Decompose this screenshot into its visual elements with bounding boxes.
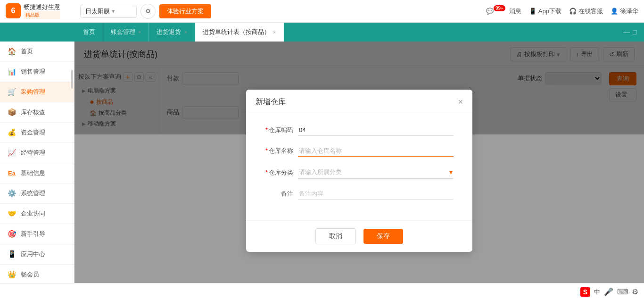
category-dropdown-icon: ▾ — [449, 168, 453, 176]
app-center-icon: 📱 — [8, 250, 16, 258]
app-download-button[interactable]: 📱 App下载 — [529, 7, 561, 16]
finance-icon: 💰 — [8, 128, 16, 137]
settings-button[interactable]: ⚙ — [140, 4, 156, 19]
gear-icon: ⚙ — [145, 8, 151, 15]
tab-purchase-return-close-icon[interactable]: × — [184, 29, 187, 35]
keyboard-icon[interactable]: ⌨ — [617, 287, 628, 296]
modal-close-button[interactable]: × — [458, 97, 463, 107]
sidebar-inventory-label: 库存核查 — [21, 108, 45, 117]
sidebar-app-center-label: 应用中心 — [21, 250, 45, 258]
messages-label: 消息 — [509, 7, 521, 16]
tab-purchase-stats-close-icon[interactable]: × — [273, 29, 276, 35]
sidebar-item-system[interactable]: ⚙️ 系统管理 — [0, 183, 74, 204]
window-controls: — □ — [619, 23, 644, 42]
sidebar: 🏠 首页 📊 销售管理 🛒 采购管理 📦 库存核查 💰 资金管理 📈 经营管理 … — [0, 42, 74, 300]
app-badge: 精品版 — [24, 11, 60, 19]
sidebar-item-enterprise[interactable]: 🤝 企业协同 — [0, 204, 74, 224]
customer-service-label: 在线客服 — [578, 7, 603, 16]
sidebar-item-home[interactable]: 🏠 首页 — [0, 42, 74, 62]
tab-bar: 首页 账套管理 × 进货退货 × 进货单统计表（按商品） × — □ — [0, 23, 644, 42]
bottom-lang-label: 中 — [594, 288, 600, 296]
microphone-icon[interactable]: 🎤 — [604, 287, 613, 296]
sidebar-item-vip[interactable]: 👑 畅会员 — [0, 265, 74, 285]
minimize-icon[interactable]: — — [623, 28, 631, 36]
purchase-icon: 🛒 — [8, 88, 16, 96]
message-icon: 💬 — [486, 8, 494, 15]
name-label: 仓库名称 — [265, 147, 298, 155]
headset-icon: 🎧 — [569, 8, 577, 15]
bottom-bar: S 中 🎤 ⌨ ⚙ — [0, 283, 644, 300]
sidebar-vip-label: 畅会员 — [21, 270, 39, 279]
remark-input[interactable] — [298, 188, 454, 200]
tab-spacer — [284, 23, 619, 42]
sidebar-item-sales[interactable]: 📊 销售管理 — [0, 62, 74, 82]
modal-header: 新增仓库 × — [246, 90, 472, 113]
username-label: 徐泽华 — [620, 7, 638, 16]
tab-accounts[interactable]: 账套管理 × — [103, 23, 149, 42]
store-selector[interactable]: 日太阳膜 ▾ — [80, 5, 137, 18]
enterprise-icon: 🤝 — [8, 209, 16, 218]
sidebar-sales-label: 销售管理 — [21, 67, 45, 76]
system-icon: ⚙️ — [8, 189, 16, 198]
sidebar-system-label: 系统管理 — [21, 189, 45, 198]
sidebar-item-newbie[interactable]: 🎯 新手引导 — [0, 224, 74, 244]
user-profile-button[interactable]: 👤 徐泽华 — [611, 7, 638, 16]
home-icon: 🏠 — [8, 47, 16, 56]
sidebar-management-label: 经营管理 — [21, 149, 45, 157]
tab-accounts-label: 账套管理 — [111, 28, 135, 36]
category-select[interactable]: 请输入所属分类 ▾ — [298, 166, 454, 179]
s-logo: S — [580, 287, 590, 297]
tab-purchase-return-label: 进货退货 — [157, 28, 181, 36]
form-row-code: 仓库编码 — [265, 125, 454, 136]
newbie-icon: 🎯 — [8, 230, 16, 238]
sidebar-newbie-label: 新手引导 — [21, 230, 45, 238]
code-input[interactable] — [298, 125, 454, 136]
sidebar-basic-info-label: 基础信息 — [21, 169, 45, 177]
maximize-icon[interactable]: □ — [633, 28, 640, 36]
modal-title: 新增仓库 — [256, 97, 286, 107]
sidebar-enterprise-label: 企业协同 — [21, 209, 45, 218]
tab-purchase-return[interactable]: 进货退货 × — [149, 23, 195, 42]
logo-area: 6 畅捷通好生意 精品版 — [6, 3, 76, 19]
category-label: 仓库分类 — [265, 168, 298, 177]
main-layout: 🏠 首页 📊 销售管理 🛒 采购管理 📦 库存核查 💰 资金管理 📈 经营管理 … — [0, 42, 644, 300]
tab-accounts-close-icon[interactable]: × — [138, 29, 141, 35]
vip-icon: 👑 — [8, 270, 16, 279]
app-download-label: App下载 — [538, 7, 561, 16]
avatar-icon: 👤 — [611, 8, 618, 15]
name-input[interactable] — [298, 145, 454, 157]
form-row-name: 仓库名称 — [265, 145, 454, 157]
new-warehouse-modal: 新增仓库 × 仓库编码 仓库名称 — [246, 90, 472, 252]
basic-info-icon: Ea — [8, 169, 16, 177]
save-button[interactable]: 保存 — [363, 229, 403, 244]
sidebar-item-inventory[interactable]: 📦 库存核查 — [0, 102, 74, 123]
tab-home-label: 首页 — [83, 28, 95, 36]
remark-label: 备注 — [265, 190, 298, 198]
sidebar-finance-label: 资金管理 — [21, 128, 45, 137]
message-badge: 99+ — [494, 5, 505, 11]
sidebar-item-finance[interactable]: 💰 资金管理 — [0, 123, 74, 143]
form-row-category: 仓库分类 请输入所属分类 ▾ — [265, 166, 454, 179]
customer-service-button[interactable]: 🎧 在线客服 — [569, 7, 603, 16]
app-logo-icon: 6 — [6, 3, 21, 18]
settings-bottom-icon[interactable]: ⚙ — [632, 287, 638, 296]
header-right: 💬 99+ 消息 📱 App下载 🎧 在线客服 👤 徐泽华 — [486, 7, 638, 16]
sidebar-item-basic-info[interactable]: Ea 基础信息 — [0, 163, 74, 183]
sidebar-item-management[interactable]: 📈 经营管理 — [0, 143, 74, 163]
scrollbar-handle[interactable] — [71, 70, 73, 89]
sidebar-purchase-label: 采购管理 — [21, 88, 45, 96]
category-placeholder: 请输入所属分类 — [299, 168, 342, 176]
tab-home[interactable]: 首页 — [75, 23, 103, 42]
cancel-button[interactable]: 取消 — [315, 228, 356, 244]
inventory-icon: 📦 — [8, 108, 16, 117]
sidebar-item-purchase[interactable]: 🛒 采购管理 — [0, 82, 74, 102]
trial-button[interactable]: 体验行业方案 — [159, 4, 211, 18]
sidebar-home-label: 首页 — [21, 47, 33, 56]
messages-button[interactable]: 💬 99+ 消息 — [486, 7, 521, 16]
modal-overlay: 新增仓库 × 仓库编码 仓库名称 — [74, 42, 644, 300]
tab-purchase-stats[interactable]: 进货单统计表（按商品） × — [195, 23, 284, 42]
form-row-remark: 备注 — [265, 188, 454, 200]
sidebar-item-app-center[interactable]: 📱 应用中心 — [0, 244, 74, 265]
top-header: 6 畅捷通好生意 精品版 日太阳膜 ▾ ⚙ 体验行业方案 💬 99+ 消息 📱 … — [0, 0, 644, 23]
modal-body: 仓库编码 仓库名称 仓库分类 请输入所属分类 ▾ — [246, 113, 472, 220]
